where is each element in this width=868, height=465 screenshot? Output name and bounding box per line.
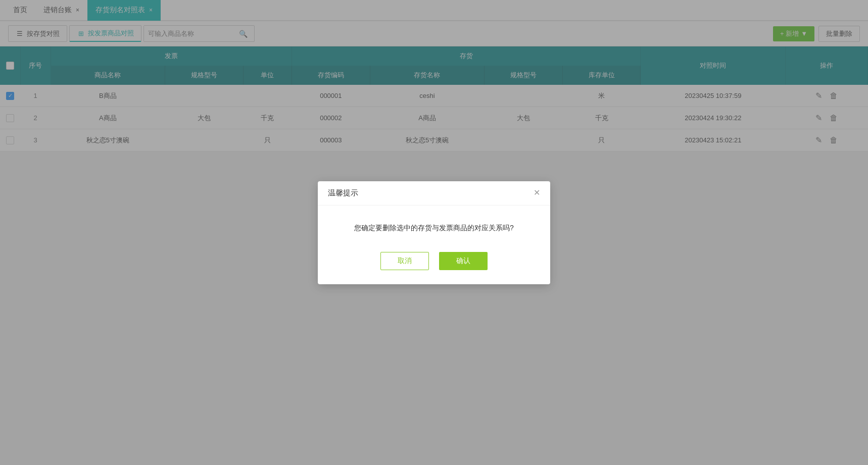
dialog-overlay: 温馨提示 ✕ 您确定要删除选中的存货与发票商品的对应关系吗? 取消 确认	[0, 0, 868, 151]
